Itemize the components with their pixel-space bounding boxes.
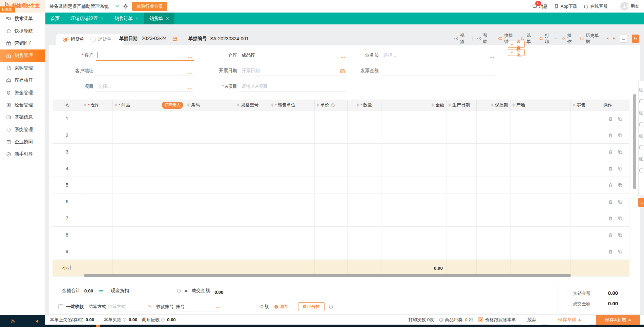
tab-close-icon[interactable] [101,17,104,20]
field-input-5[interactable] [381,66,495,76]
table-cell[interactable] [185,127,235,143]
row-actions-cell[interactable] [601,210,629,226]
table-cell[interactable] [315,210,348,226]
table-cell[interactable] [113,110,185,127]
doc-type-return[interactable]: 退货单 [90,36,112,42]
table-cell[interactable] [185,144,235,160]
row-actions-cell[interactable] [601,110,629,127]
tab-doc-3[interactable]: 销货单 [144,13,174,24]
table-cell[interactable] [113,144,185,160]
tab-doc-2[interactable]: 销售订单 [109,13,144,24]
table-cell[interactable] [82,177,113,193]
table-cell[interactable] [511,110,571,127]
table-cell[interactable] [348,243,381,260]
table-cell[interactable] [511,193,571,210]
save-new-button[interactable]: 保存&新增 [596,315,640,325]
table-cell[interactable] [446,144,477,160]
sort-icon[interactable] [84,103,86,107]
table-cell[interactable] [82,160,113,177]
table-cell[interactable] [113,210,185,226]
table-cell[interactable] [477,144,511,160]
table-cell[interactable] [82,227,113,243]
price-track-option[interactable]: 价格跟踪除本单 [478,317,516,323]
table-cell[interactable] [571,127,601,143]
table-cell[interactable] [381,243,446,260]
sort-icon[interactable] [449,103,451,107]
table-cell[interactable] [315,110,348,127]
table-cell[interactable] [269,210,315,226]
table-cell[interactable] [185,227,235,243]
sort-icon[interactable] [271,103,273,107]
table-cell[interactable] [511,127,571,143]
table-cell[interactable] [235,160,269,177]
table-cell[interactable] [381,193,446,210]
row-actions-cell[interactable] [601,193,629,210]
field-input-2[interactable]: 选择...... [381,50,495,60]
table-cell[interactable] [315,193,348,210]
industry-solution-button[interactable]: 体验行业方案 [132,2,167,11]
table-cell[interactable] [571,160,601,177]
table-cell[interactable] [477,110,511,127]
table-cell[interactable] [571,227,601,243]
table-cell[interactable] [113,127,185,143]
operations-button[interactable]: 操作 [561,33,575,45]
table-cell[interactable] [235,110,269,127]
table-cell[interactable] [511,243,571,260]
table-cell[interactable] [381,160,446,177]
volume-icon[interactable] [35,319,40,324]
table-cell[interactable] [446,193,477,210]
table-cell[interactable] [269,177,315,193]
table-cell[interactable] [348,127,381,143]
question-circle-icon[interactable]: ? [329,304,333,309]
right-dock-active-item[interactable] [638,198,644,207]
question-circle-icon[interactable]: ? [122,318,127,322]
field-input-3[interactable]: ... [96,66,194,76]
column-header-单价[interactable]: 单价? [315,100,348,110]
row-actions-cell[interactable] [601,160,629,177]
table-cell[interactable] [571,177,601,193]
cash-discount-input[interactable] [133,287,174,295]
row-actions-cell[interactable] [601,227,629,243]
next-doc-icon[interactable] [613,37,615,41]
sort-icon[interactable] [317,103,319,107]
save-draft-button[interactable]: 保存草稿 [548,315,591,325]
vertical-scrollbar[interactable] [633,94,636,189]
table-cell[interactable] [269,127,315,143]
print-button[interactable]: 打印 [539,33,557,45]
online-service-button[interactable]: 在线客服 [583,3,608,9]
sidebar-item-0[interactable]: 搜索菜单 [0,13,45,25]
logistics-button[interactable]: 物流 [508,49,525,56]
messages-button[interactable]: 消息 6 [532,3,548,9]
row-actions-cell[interactable] [601,243,629,260]
history-button[interactable]: 历史单据 [580,33,602,45]
sidebar-item-11[interactable]: 新手引导 [0,148,45,160]
tab-home[interactable]: 首页 [45,13,65,24]
table-cell[interactable] [381,144,446,160]
table-cell[interactable] [571,193,601,210]
column-header-仓库[interactable]: *仓库 [82,100,113,110]
table-cell[interactable] [348,210,381,226]
card-view-toggle[interactable] [632,35,639,43]
table-cell[interactable] [185,210,235,226]
table-cell[interactable] [235,127,269,143]
more-icon[interactable]: ... [216,304,220,309]
table-cell[interactable] [571,144,601,160]
column-header-零售价[interactable]: 零售价 [571,100,601,110]
tab-close-icon[interactable] [166,17,169,20]
sidebar-item-8[interactable]: 基础信息 [0,111,45,123]
table-cell[interactable] [477,193,511,210]
table-cell[interactable] [381,227,446,243]
table-cell[interactable] [82,127,113,143]
cancel-button[interactable]: 放弃 [521,315,543,325]
column-header-数量[interactable]: *数量 [348,100,381,110]
app-download-button[interactable]: App下载 [554,3,577,9]
sidebar-item-7[interactable]: 经营管理 [0,99,45,111]
help-button[interactable]: ? 帮助 [477,33,491,45]
table-cell[interactable] [446,177,477,193]
column-header-生产日期[interactable]: 生产日期 [446,100,477,110]
table-cell[interactable] [269,144,315,160]
more-icon[interactable]: ... [490,54,494,59]
table-cell[interactable] [315,227,348,243]
tab-close-icon[interactable] [136,17,139,20]
table-cell[interactable] [315,144,348,160]
